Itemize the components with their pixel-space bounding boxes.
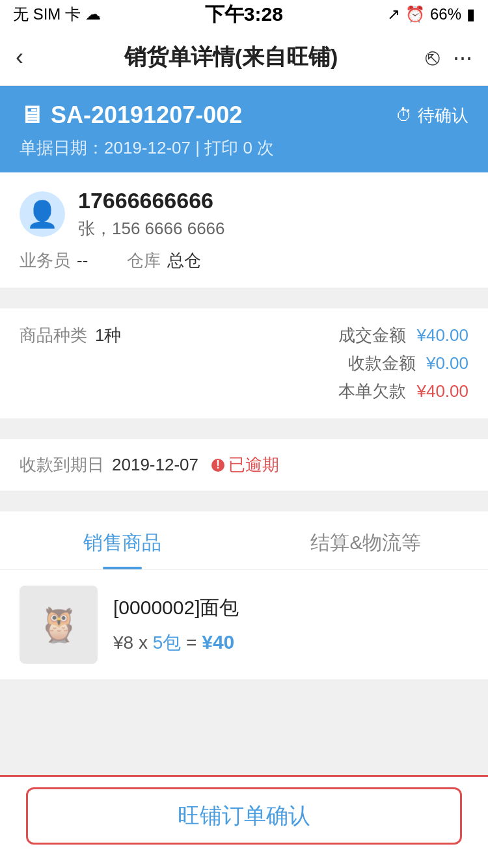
warehouse-label: 仓库 bbox=[127, 249, 161, 272]
product-price: ¥8 x 5包 = ¥40 bbox=[113, 631, 468, 655]
overdue-text: 已逾期 bbox=[228, 454, 279, 476]
person-icon: 👤 bbox=[26, 199, 59, 230]
stats-section: 商品种类 1种 成交金额 ¥40.00 收款金额 ¥0.00 本单欠款 ¥40.… bbox=[0, 308, 488, 418]
product-thumb-icon: 🦉 bbox=[38, 605, 80, 645]
order-header: 🖥 SA-20191207-002 ⏱ 待确认 单据日期：2019-12-07 … bbox=[0, 86, 488, 172]
battery-icon: ▮ bbox=[467, 5, 475, 23]
share-icon[interactable]: ⎋ bbox=[426, 44, 440, 71]
transaction-amount: ¥40.00 bbox=[416, 325, 468, 346]
location-icon: ↗ bbox=[387, 5, 400, 23]
product-thumbnail: 🦉 bbox=[20, 586, 98, 664]
price-value: ¥8 bbox=[113, 632, 133, 653]
more-icon[interactable]: ··· bbox=[453, 44, 472, 71]
confirm-order-button[interactable]: 旺铺订单确认 bbox=[26, 787, 462, 845]
order-date: 单据日期：2019-12-07 | 打印 0 次 bbox=[20, 137, 468, 159]
sim-status: 无 SIM 卡 ☁ bbox=[13, 4, 101, 25]
type-label: 商品种类 bbox=[20, 324, 87, 347]
separator-2 bbox=[0, 429, 488, 439]
debt-row: 本单欠款 ¥40.00 bbox=[338, 380, 468, 403]
due-date: 2019-12-07 bbox=[112, 455, 198, 475]
due-section: 收款到期日 2019-12-07 ! 已逾期 bbox=[0, 439, 488, 491]
battery-level: 66% bbox=[430, 5, 461, 23]
status-right: ↗ ⏰ 66% ▮ bbox=[387, 5, 475, 23]
status-time: 下午3:28 bbox=[205, 1, 283, 28]
staff-value: -- bbox=[77, 251, 88, 271]
staff-label: 业务员 bbox=[20, 249, 70, 272]
back-button[interactable]: ‹ bbox=[16, 44, 36, 71]
order-icon: 🖥 bbox=[20, 102, 43, 129]
payment-amount: ¥0.00 bbox=[426, 353, 468, 373]
product-info: [0000002]面包 ¥8 x 5包 = ¥40 bbox=[113, 595, 468, 655]
separator-1 bbox=[0, 298, 488, 308]
tabs-section: 销售商品 结算&物流等 bbox=[0, 511, 488, 570]
due-label: 收款到期日 bbox=[20, 454, 104, 476]
product-total: ¥40 bbox=[202, 631, 234, 653]
warehouse-item: 仓库 总仓 bbox=[127, 249, 201, 272]
customer-name: 张，156 6666 6666 bbox=[78, 217, 225, 240]
debt-amount: ¥40.00 bbox=[416, 381, 468, 401]
product-section: 🦉 [0000002]面包 ¥8 x 5包 = ¥40 bbox=[0, 570, 488, 679]
order-id: 🖥 SA-20191207-002 bbox=[20, 102, 242, 129]
status-bar: 无 SIM 卡 ☁ 下午3:28 ↗ ⏰ 66% ▮ bbox=[0, 0, 488, 29]
alarm-icon: ⏰ bbox=[405, 5, 425, 23]
customer-section: 👤 17666666666 张，156 6666 6666 业务员 -- 仓库 … bbox=[0, 172, 488, 288]
status-label: 待确认 bbox=[418, 104, 468, 127]
nav-actions: ⎋ ··· bbox=[426, 44, 472, 71]
payment-label: 收款金额 bbox=[348, 352, 416, 375]
customer-meta: 业务员 -- 仓库 总仓 bbox=[20, 249, 468, 272]
transaction-label: 成交金额 bbox=[338, 324, 406, 347]
transaction-row: 成交金额 ¥40.00 bbox=[338, 324, 468, 347]
type-value: 1种 bbox=[95, 324, 121, 347]
tab-sales[interactable]: 销售商品 bbox=[0, 511, 244, 569]
customer-phone: 17666666666 bbox=[78, 188, 225, 213]
warehouse-value: 总仓 bbox=[167, 249, 201, 272]
staff-item: 业务员 -- bbox=[20, 249, 88, 272]
nav-bar: ‹ 销货单详情(来自旺铺) ⎋ ··· bbox=[0, 29, 488, 86]
product-name: [0000002]面包 bbox=[113, 595, 468, 621]
overdue-badge: ! 已逾期 bbox=[211, 454, 279, 476]
clock-icon: ⏱ bbox=[396, 105, 413, 126]
debt-label: 本单欠款 bbox=[338, 380, 406, 403]
overdue-icon: ! bbox=[211, 459, 224, 472]
stats-left: 商品种类 1种 bbox=[20, 324, 121, 347]
tabs-row: 销售商品 结算&物流等 bbox=[0, 511, 488, 570]
payment-row: 收款金额 ¥0.00 bbox=[348, 352, 468, 375]
page-title: 销货单详情(来自旺铺) bbox=[36, 42, 426, 72]
avatar: 👤 bbox=[20, 191, 65, 237]
confirm-btn-area: 旺铺订单确认 bbox=[0, 775, 488, 868]
stats-right: 成交金额 ¥40.00 收款金额 ¥0.00 本单欠款 ¥40.00 bbox=[338, 324, 468, 403]
customer-row: 👤 17666666666 张，156 6666 6666 bbox=[20, 188, 468, 240]
customer-info: 17666666666 张，156 6666 6666 bbox=[78, 188, 225, 240]
order-id-row: 🖥 SA-20191207-002 ⏱ 待确认 bbox=[20, 102, 468, 129]
separator-3 bbox=[0, 501, 488, 511]
order-status: ⏱ 待确认 bbox=[396, 104, 468, 127]
tab-settlement[interactable]: 结算&物流等 bbox=[244, 511, 488, 569]
product-qty: 5包 bbox=[153, 632, 182, 653]
status-left: 无 SIM 卡 ☁ bbox=[13, 4, 101, 25]
